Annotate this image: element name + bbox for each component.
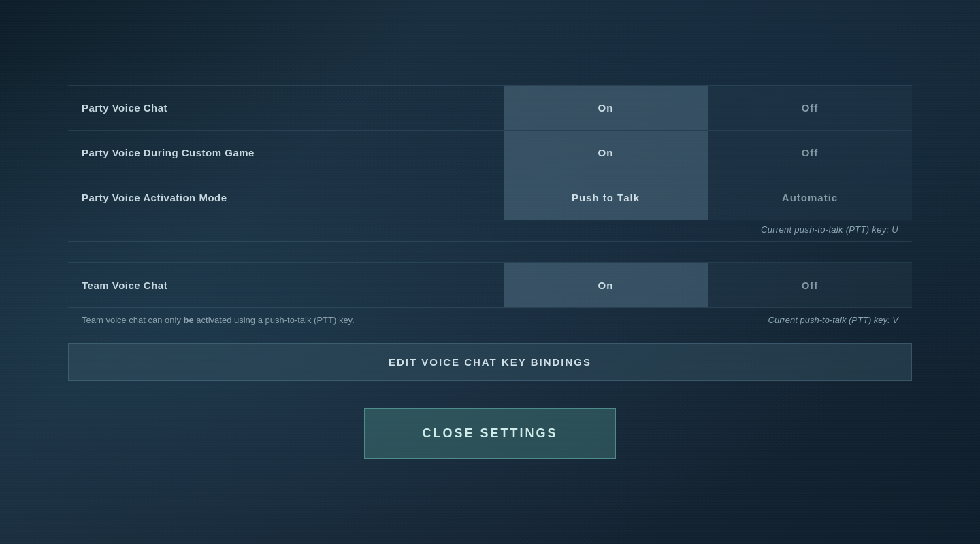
team-ptt-key-info: Current push-to-talk (PTT) key: V [768,313,898,325]
party-voice-custom-game-label: Party Voice During Custom Game [68,136,504,169]
team-voice-chat-label: Team Voice Chat [68,269,504,302]
team-voice-note: Team voice chat can only be activated us… [82,313,355,327]
team-voice-chat-row: Team Voice Chat On Off [68,262,912,308]
party-voice-activation-toggle-group: Push to Talk Automatic [504,175,912,220]
team-voice-chat-off-button[interactable]: Off [708,263,912,307]
party-ptt-key-info: Current push-to-talk (PTT) key: U [761,224,898,235]
team-voice-chat-toggle-group: On Off [504,263,912,307]
party-voice-chat-toggle-group: On Off [504,86,912,130]
close-settings-container: CLOSE SETTINGS [68,408,912,459]
team-voice-chat-on-button[interactable]: On [504,263,708,307]
party-voice-chat-row: Party Voice Chat On Off [68,85,912,131]
party-voice-automatic-button[interactable]: Automatic [708,175,912,220]
team-voice-sub-row: Team voice chat can only be activated us… [68,308,912,336]
settings-content: Party Voice Chat On Off Party Voice Duri… [0,0,980,544]
section-gap [68,242,912,262]
party-voice-push-to-talk-button[interactable]: Push to Talk [504,175,708,220]
edit-keybindings-button[interactable]: EDIT VOICE CHAT KEY BINDINGS [68,343,912,381]
party-voice-chat-off-button[interactable]: Off [708,86,912,130]
team-voice-note-part1: Team voice chat can only [82,315,184,325]
edit-keybindings-row: EDIT VOICE CHAT KEY BINDINGS [68,343,912,381]
party-voice-custom-game-off-button[interactable]: Off [708,131,912,175]
team-voice-note-part2: activated using a push-to-talk (PTT) key… [194,315,355,325]
party-voice-activation-row: Party Voice Activation Mode Push to Talk… [68,175,912,220]
party-voice-activation-label: Party Voice Activation Mode [68,181,504,214]
party-voice-chat-on-button[interactable]: On [504,86,708,130]
party-ptt-info-row: Current push-to-talk (PTT) key: U [68,220,912,242]
party-voice-custom-game-toggle-group: On Off [504,131,912,175]
settings-panel: Party Voice Chat On Off Party Voice Duri… [68,85,912,460]
party-voice-custom-game-on-button[interactable]: On [504,131,708,175]
party-voice-custom-game-row: Party Voice During Custom Game On Off [68,131,912,175]
party-voice-chat-label: Party Voice Chat [68,91,504,124]
close-settings-button[interactable]: CLOSE SETTINGS [364,408,616,459]
team-voice-note-bold: be [184,315,194,325]
